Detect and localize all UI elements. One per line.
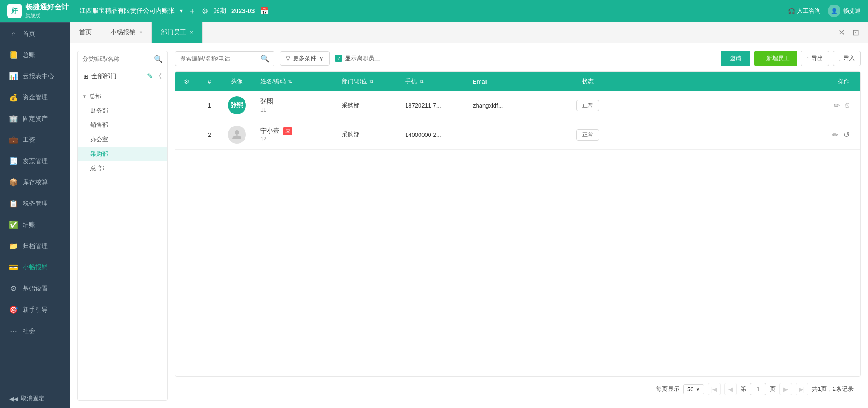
col-phone[interactable]: 手机 ⇅ bbox=[398, 72, 466, 91]
invite-label: 邀请 bbox=[730, 55, 741, 61]
add-company-button[interactable]: ＋ bbox=[188, 5, 196, 16]
table-row: 1 张熙 张熙 11 采购部 bbox=[175, 91, 860, 120]
export-button[interactable]: ↑ 导出 bbox=[801, 51, 829, 66]
dept-tree-item-office[interactable]: 办公室 bbox=[78, 132, 167, 147]
page-number-input[interactable] bbox=[750, 383, 766, 395]
tab-bar: 首页 小畅报销 × 部门员工 × ✕ ⊡ bbox=[70, 22, 868, 43]
dept-tree-item-sales[interactable]: 销售部 bbox=[78, 118, 167, 132]
more-icon: ⋯ bbox=[9, 327, 18, 335]
sidebar-item-home[interactable]: ⌂ 首页 bbox=[0, 23, 70, 44]
sidebar-item-tax[interactable]: 📋 税务管理 bbox=[0, 193, 70, 214]
show-resigned-checkbox[interactable]: ✓ bbox=[335, 55, 342, 62]
col-settings[interactable]: ⚙ bbox=[175, 72, 198, 91]
cancel-pin-button[interactable]: ◀◀ 取消固定 bbox=[0, 389, 70, 408]
guide-icon: 🎯 bbox=[9, 305, 18, 314]
per-page-select[interactable]: 50 ∨ bbox=[683, 384, 704, 394]
add-employee-button[interactable]: + 新增员工 bbox=[754, 51, 797, 66]
row2-name-code: 宁小壹 应 12 bbox=[260, 127, 327, 142]
page-label: 第 bbox=[741, 385, 746, 393]
user-area[interactable]: 👤 畅捷通 bbox=[828, 5, 861, 17]
employee-search-icon[interactable]: 🔍 bbox=[260, 54, 269, 63]
tab-dept-employee-close[interactable]: × bbox=[190, 29, 193, 36]
dept-edit-icon[interactable]: ✎ bbox=[147, 72, 153, 80]
col-name[interactable]: 姓名/编码 ⇅ bbox=[253, 72, 335, 91]
triangle-icon: ▼ bbox=[82, 94, 87, 99]
dept-all-label: 全部部门 bbox=[91, 72, 117, 80]
import-button[interactable]: ↓ 导入 bbox=[833, 51, 861, 66]
page-last-button[interactable]: ▶| bbox=[796, 383, 808, 395]
sidebar: ⌂ 首页 📒 总账 📊 云报表中心 💰 资金管理 🏢 固定资产 💼 工资 🧾 发… bbox=[0, 22, 70, 408]
row1-num: 1 bbox=[198, 91, 221, 120]
row1-status-badge: 正常 bbox=[576, 100, 599, 111]
page-content: 🔍 ⊞ 全部部门 ✎ 《 ▼ 总部 bbox=[70, 43, 868, 408]
sidebar-label-settle: 结账 bbox=[23, 221, 35, 229]
row2-avatar bbox=[228, 126, 246, 144]
dept-tree-item-general-hq[interactable]: 总 部 bbox=[78, 161, 167, 176]
headset-icon: 🎧 bbox=[788, 8, 795, 14]
filter-icon: ▽ bbox=[286, 55, 290, 62]
dept-search-icon[interactable]: 🔍 bbox=[154, 55, 163, 63]
tab-dept-employee[interactable]: 部门员工 × bbox=[152, 22, 203, 43]
settle-icon: ✅ bbox=[9, 220, 18, 229]
row2-edit-icon[interactable]: ✏ bbox=[832, 131, 838, 139]
dept-tree-item-finance[interactable]: 财务部 bbox=[78, 103, 167, 118]
invite-button[interactable]: 邀请 bbox=[721, 51, 750, 66]
company-name: 江西服宝精品有限责任公司内账张 bbox=[80, 7, 175, 15]
sidebar-item-expense[interactable]: 💳 小畅报销 bbox=[0, 257, 70, 278]
support-button[interactable]: 🎧 人工咨询 bbox=[788, 7, 821, 15]
col-avatar: 头像 bbox=[221, 72, 253, 91]
reports-icon: 📊 bbox=[9, 72, 18, 80]
tab-home[interactable]: 首页 bbox=[70, 22, 101, 43]
employee-search-input[interactable] bbox=[180, 55, 258, 62]
tab-close-button[interactable]: ✕ bbox=[836, 26, 847, 39]
sidebar-item-invoice[interactable]: 🧾 发票管理 bbox=[0, 150, 70, 172]
tab-expand-button[interactable]: ⊡ bbox=[850, 26, 861, 39]
row1-action-icons: ✏ ⎋ bbox=[627, 101, 849, 110]
sidebar-item-reports[interactable]: 📊 云报表中心 bbox=[0, 66, 70, 87]
logo-area: 好 畅捷通好会计 旗舰版 bbox=[7, 3, 71, 19]
sidebar-item-archive[interactable]: 📁 归档管理 bbox=[0, 235, 70, 257]
sidebar-item-payroll[interactable]: 💼 工资 bbox=[0, 129, 70, 150]
tab-expense-close[interactable]: × bbox=[139, 29, 142, 36]
dept-collapse-icon[interactable]: 《 bbox=[156, 72, 162, 80]
tab-expense[interactable]: 小畅报销 × bbox=[101, 22, 152, 43]
row1-edit-icon[interactable]: ✏ bbox=[834, 101, 840, 110]
filter-label: 更多条件 bbox=[293, 54, 316, 62]
sidebar-item-fixed-assets[interactable]: 🏢 固定资产 bbox=[0, 108, 70, 129]
dept-header-actions: ✎ 《 bbox=[147, 72, 162, 80]
user-avatar: 👤 bbox=[828, 5, 840, 17]
header-right: 🎧 人工咨询 👤 畅捷通 bbox=[788, 5, 861, 17]
dept-tree-item-purchase[interactable]: 采购部 bbox=[78, 147, 167, 161]
sidebar-label-invoice: 发票管理 bbox=[23, 157, 48, 165]
sidebar-item-more[interactable]: ⋯ 社会 bbox=[0, 320, 70, 342]
header-setting-icon[interactable]: ⚙ bbox=[202, 7, 208, 15]
sidebar-item-fund[interactable]: 💰 资金管理 bbox=[0, 87, 70, 108]
company-dropdown-arrow[interactable]: ▾ bbox=[180, 8, 183, 14]
page-next-button[interactable]: ▶ bbox=[779, 383, 792, 395]
sidebar-item-ledger[interactable]: 📒 总账 bbox=[0, 44, 70, 66]
logo-icon: 好 bbox=[7, 4, 22, 18]
dept-search-input[interactable] bbox=[82, 56, 151, 62]
col-name-label: 姓名/编码 bbox=[260, 78, 286, 84]
page-first-button[interactable]: |◀ bbox=[708, 383, 721, 395]
sidebar-item-guide[interactable]: 🎯 新手引导 bbox=[0, 299, 70, 320]
col-dept[interactable]: 部门/职位 ⇅ bbox=[335, 72, 398, 91]
calendar-icon[interactable]: 📅 bbox=[260, 7, 269, 15]
search-box: 🔍 bbox=[175, 51, 274, 66]
import-label: 导入 bbox=[843, 54, 855, 62]
inventory-icon: 📦 bbox=[9, 178, 18, 187]
row2-refresh-icon[interactable]: ↺ bbox=[844, 131, 849, 139]
filter-button[interactable]: ▽ 更多条件 ∨ bbox=[280, 51, 330, 66]
sidebar-item-settle[interactable]: ✅ 结账 bbox=[0, 214, 70, 235]
sidebar-label-fixed-assets: 固定资产 bbox=[23, 115, 48, 123]
row1-status-cell: 正常 bbox=[556, 91, 619, 120]
col-action: 操作 bbox=[619, 72, 860, 91]
sidebar-item-settings[interactable]: ⚙ 基础设置 bbox=[0, 278, 70, 299]
import-icon: ↓ bbox=[839, 55, 842, 62]
page-prev-button[interactable]: ◀ bbox=[724, 383, 737, 395]
sidebar-item-inventory[interactable]: 📦 库存核算 bbox=[0, 172, 70, 193]
row1-logout-icon[interactable]: ⎋ bbox=[845, 101, 849, 109]
dept-tree-item-hq[interactable]: ▼ 总部 bbox=[78, 89, 167, 103]
support-label: 人工咨询 bbox=[797, 7, 821, 15]
col-name-sort-icon: ⇅ bbox=[288, 79, 292, 84]
